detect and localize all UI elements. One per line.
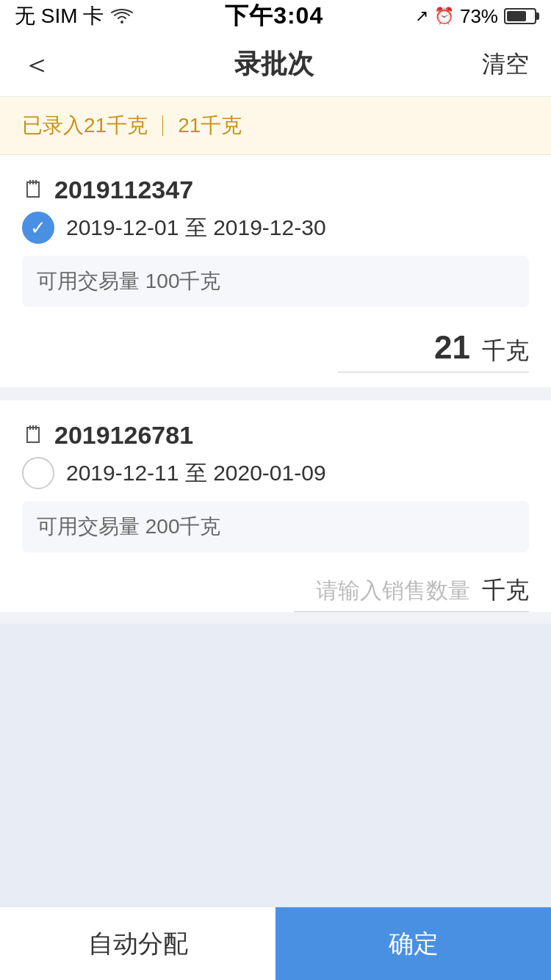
checkmark-icon: ✓ xyxy=(30,218,46,237)
location-icon: ↗ xyxy=(415,7,428,26)
batch-1-underline xyxy=(338,372,529,372)
batch-id-icon-1: 🗒 xyxy=(22,176,46,203)
battery-pct: 73% xyxy=(460,5,498,28)
alarm-icon: ⏰ xyxy=(434,7,454,26)
batch-1-date-row[interactable]: ✓ 2019-12-01 至 2019-12-30 xyxy=(0,212,551,256)
recorded-amount: 已录入21千克 xyxy=(22,112,148,140)
batch-2-input-row[interactable]: 请输入销售数量 千克 xyxy=(0,567,551,607)
page-title: 录批次 xyxy=(234,46,314,82)
separator-1 xyxy=(0,389,551,400)
batch-2-input-underline xyxy=(294,611,529,612)
status-carrier: 无 SIM 卡 xyxy=(15,2,133,30)
batch-card-2: 🗒 2019126781 2019-12-11 至 2020-01-09 可用交… xyxy=(0,400,551,612)
batch-id-icon-2: 🗒 xyxy=(22,422,46,449)
batch-1-qty-label: 可用交易量 100千克 xyxy=(37,270,221,292)
svg-point-0 xyxy=(120,21,123,24)
wifi-icon xyxy=(111,8,133,24)
info-banner: 已录入21千克 21千克 xyxy=(0,97,551,155)
batch-2-date: 2019-12-11 至 2020-01-09 xyxy=(66,458,326,489)
batch-2-qty-row: 可用交易量 200千克 xyxy=(22,501,529,552)
status-right-group: ↗ ⏰ 73% xyxy=(415,5,536,28)
batch-1-amount-row: 21 千克 xyxy=(434,329,529,367)
batch-2-date-row[interactable]: 2019-12-11 至 2020-01-09 xyxy=(0,457,551,501)
batch-2-header: 🗒 2019126781 xyxy=(0,400,551,457)
batch-2-radio[interactable] xyxy=(22,457,54,489)
gray-area xyxy=(0,624,551,947)
nav-bar: ＜ 录批次 清空 xyxy=(0,32,551,97)
batch-1-amount: 21 xyxy=(434,329,470,366)
batch-2-qty-label: 可用交易量 200千克 xyxy=(37,515,221,538)
clear-button[interactable]: 清空 xyxy=(482,48,529,81)
status-time: 下午3:04 xyxy=(225,0,323,32)
batch-1-id: 2019112347 xyxy=(54,176,193,204)
bottom-bar: 自动分配 确定 xyxy=(0,907,551,980)
batch-1-radio[interactable]: ✓ xyxy=(22,212,54,244)
batch-1-date: 2019-12-01 至 2019-12-30 xyxy=(66,213,326,243)
total-amount: 21千克 xyxy=(178,112,242,140)
back-button[interactable]: ＜ xyxy=(22,44,66,84)
batch-2-id: 2019126781 xyxy=(54,421,193,450)
batch-1-amount-wrapper: 21 千克 xyxy=(0,322,551,387)
carrier-text: 无 SIM 卡 xyxy=(15,2,104,30)
auto-distribute-button[interactable]: 自动分配 xyxy=(0,907,276,980)
info-divider xyxy=(162,115,163,136)
status-bar: 无 SIM 卡 下午3:04 ↗ ⏰ 73% xyxy=(0,0,551,32)
batch-1-unit: 千克 xyxy=(482,335,529,367)
batch-2-unit: 千克 xyxy=(482,574,529,607)
batch-1-qty-row: 可用交易量 100千克 xyxy=(22,256,529,307)
battery-icon xyxy=(504,8,536,24)
batch-card-1: 🗒 2019112347 ✓ 2019-12-01 至 2019-12-30 可… xyxy=(0,155,551,387)
batch-1-header: 🗒 2019112347 xyxy=(0,155,551,212)
qty-placeholder: 请输入销售数量 xyxy=(316,576,470,606)
confirm-button[interactable]: 确定 xyxy=(276,907,551,980)
